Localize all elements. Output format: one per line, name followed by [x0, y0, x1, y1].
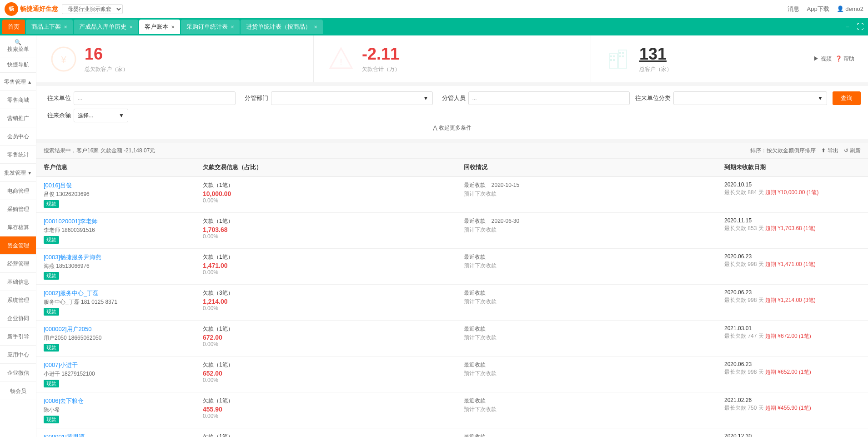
table-row: [0003]畅捷服务尹海燕 海燕 18513066976 现款 欠款（1笔） 1…	[36, 249, 868, 285]
nav-expand-btn[interactable]: ⛶	[855, 22, 866, 32]
debt-count-6: 欠款（1笔）	[203, 361, 464, 369]
debt-info-6: 欠款（1笔） 652.00 0.00%	[203, 361, 464, 383]
export-btn[interactable]: ⬆ 导出	[821, 147, 838, 155]
recovery-next-6: 预计下次收款	[464, 370, 725, 377]
search-button[interactable]: 查询	[833, 91, 861, 105]
svg-text:!: !	[340, 57, 342, 66]
tab-products-close[interactable]: ✕	[64, 25, 67, 30]
customer-name-3[interactable]: [0003]畅捷服务尹海燕	[44, 253, 203, 261]
recovery-next-5: 预计下次收款	[464, 334, 725, 342]
sidebar-item-inventory[interactable]: 库存核算	[0, 218, 36, 236]
sidebar-item-ecommerce[interactable]: 电商管理	[0, 182, 36, 200]
sidebar-item-operations[interactable]: 经营管理	[0, 255, 36, 273]
filter-select-dept[interactable]: ▼	[271, 91, 433, 105]
customer-tag-6: 现款	[44, 380, 59, 387]
tab-stock-stats-close[interactable]: ✕	[314, 25, 317, 30]
sidebar-item-batch-management[interactable]: 批发管理 ▼	[0, 164, 36, 182]
sidebar-item-system[interactable]: 系统管理	[0, 291, 36, 309]
filter-input-unit[interactable]: ...	[74, 91, 236, 105]
filter-select-balance[interactable]: 选择... ▼	[74, 109, 128, 122]
tab-purchase-history-close[interactable]: ✕	[129, 25, 133, 30]
sidebar-item-member[interactable]: 会员中心	[0, 127, 36, 146]
customer-info-5: [000002]用户2050 用户2050 18665062050 现款	[44, 325, 203, 352]
overdue-amount-3[interactable]: 超期 ¥1,471.00 (1笔)	[765, 261, 816, 267]
filter-balance-placeholder: 选择...	[78, 112, 93, 120]
filter-label-unit: 往来单位	[44, 94, 71, 102]
svg-rect-10	[619, 52, 621, 54]
collapse-filter-btn[interactable]: ⋀ 收起更多条件	[44, 122, 861, 134]
app-download-btn[interactable]: App下载	[807, 5, 829, 13]
sidebar-item-apps[interactable]: 应用中心	[0, 346, 36, 364]
customer-tag-2: 现款	[44, 236, 59, 244]
customer-name-4[interactable]: [0002]服务中心_丁磊	[44, 289, 203, 297]
customer-name-8[interactable]: [000001]黄思源	[44, 433, 203, 437]
customer-phone-5: 用户2050 18665062050	[44, 334, 203, 342]
overdue-days-6: 最长欠款 998 天 超期 ¥652.00 (1笔)	[724, 368, 861, 376]
sort-label[interactable]: 排序：按欠款金额倒序排序	[750, 147, 816, 155]
debt-count-4: 欠款（3笔）	[203, 289, 464, 297]
stat-icon-money: ¥	[50, 45, 77, 73]
customer-info-4: [0002]服务中心_丁磊 服务中心_丁磊 181 0125 8371 现款	[44, 289, 203, 316]
filter-item-balance: 往来余额 选择... ▼	[44, 109, 153, 122]
overdue-amount-1[interactable]: 超期 ¥10,000.00 (1笔)	[765, 189, 818, 196]
messages-btn[interactable]: 消息	[788, 5, 799, 13]
user-avatar[interactable]: 👤 demo2	[837, 5, 863, 12]
overdue-date-5: 2021.03.01	[724, 325, 861, 332]
sidebar-item-wechat[interactable]: 企业微信	[0, 364, 36, 382]
customer-name-2[interactable]: [0001020001]李老师	[44, 217, 203, 226]
quick-nav-btn[interactable]: 快捷导航	[0, 57, 36, 73]
tab-stock-stats[interactable]: 进货单统计表（按商品） ✕	[241, 20, 323, 34]
tab-home[interactable]: 首页	[2, 20, 25, 34]
customer-name-6[interactable]: [0007]小进干	[44, 361, 203, 369]
tab-purchase-order-close[interactable]: ✕	[231, 25, 234, 30]
stat-icon-building	[605, 45, 632, 73]
overdue-amount-2[interactable]: 超期 ¥1,703.68 (1笔)	[765, 225, 816, 231]
customer-name-1[interactable]: [0016]吕俊	[44, 181, 203, 190]
filter-input-person[interactable]: ...	[468, 91, 630, 105]
recovery-next-4: 预计下次收款	[464, 298, 725, 306]
tab-customer-account-close[interactable]: ✕	[171, 25, 175, 30]
debt-amount-3: 1,471.00	[203, 262, 464, 269]
customer-phone-3: 海燕 18513066976	[44, 262, 203, 270]
stat-card-actions: ▶ 视频 ❓ 帮助	[813, 55, 854, 63]
sidebar-item-enterprise[interactable]: 企业协同	[0, 309, 36, 327]
tab-customer-account[interactable]: 客户账本 ✕	[139, 20, 180, 34]
main-content: ¥ 16 总欠款客户（家） ! -2.11 欠款合计（万）	[36, 35, 868, 437]
refresh-btn[interactable]: ↺ 刷新	[844, 147, 861, 155]
tab-purchase-order[interactable]: 采购订单统计表 ✕	[181, 20, 240, 34]
sidebar-item-retail-store[interactable]: 零售商城	[0, 91, 36, 109]
sidebar-item-marketing[interactable]: 营销推广	[0, 109, 36, 127]
store-select[interactable]: 母婴行业演示账套	[62, 4, 123, 14]
nav-collapse-btn[interactable]: －	[842, 21, 853, 33]
overdue-amount-7[interactable]: 超期 ¥455.90 (1笔)	[765, 405, 811, 411]
filter-select-category[interactable]: ▼	[673, 91, 827, 105]
tab-purchase-history[interactable]: 产成品入库单历史 ✕	[74, 20, 138, 34]
table-container: 客户信息 欠款交易信息（占比） 回收情况 到期未收款日期 [0016]吕俊 吕俊…	[36, 159, 868, 437]
overdue-amount-4[interactable]: 超期 ¥1,214.00 (3笔)	[765, 297, 816, 303]
recovery-date-1: 最近收款 2020-10-15	[464, 181, 725, 189]
result-summary: 搜索结果中，客户16家 欠款金额 -21,148.07元	[44, 147, 155, 155]
sidebar-item-finance[interactable]: 资金管理	[0, 236, 36, 255]
sidebar-item-guide[interactable]: 新手引导	[0, 327, 36, 346]
debt-amount-4: 1,214.00	[203, 298, 464, 305]
sidebar-item-basic-info[interactable]: 基础信息	[0, 273, 36, 291]
customer-name-7[interactable]: [0006]去下粮仓	[44, 397, 203, 405]
customer-info-7: [0006]去下粮仓 陈小希 现款	[44, 397, 203, 423]
overdue-amount-6[interactable]: 超期 ¥652.00 (1笔)	[765, 369, 811, 375]
sidebar-item-retail-stats[interactable]: 零售统计	[0, 146, 36, 164]
debt-amount-7: 455.90	[203, 406, 464, 413]
overdue-days-4: 最长欠款 998 天 超期 ¥1,214.00 (3笔)	[724, 296, 861, 304]
sidebar-item-purchase[interactable]: 采购管理	[0, 200, 36, 218]
video-btn[interactable]: ▶ 视频	[813, 55, 831, 63]
overdue-date-3: 2020.06.23	[724, 253, 861, 260]
search-menu-btn[interactable]: 🔍搜索菜单	[0, 35, 36, 57]
sidebar-item-retail-management[interactable]: 零售管理 ▲	[0, 73, 36, 91]
debt-info-2: 欠款（1笔） 1,703.68 0.00%	[203, 217, 464, 240]
overdue-amount-5[interactable]: 超期 ¥672.00 (1笔)	[765, 333, 811, 339]
help-btn[interactable]: ❓ 帮助	[835, 55, 854, 63]
recovery-date-5: 最近收款	[464, 325, 725, 333]
customer-name-5[interactable]: [000002]用户2050	[44, 325, 203, 333]
sidebar-item-vip[interactable]: 畅会员	[0, 382, 36, 400]
nav-tabs: 首页 商品上下架 ✕ 产成品入库单历史 ✕ 客户账本 ✕ 采购订单统计表 ✕ 进…	[0, 18, 868, 35]
tab-products[interactable]: 商品上下架 ✕	[26, 20, 73, 34]
